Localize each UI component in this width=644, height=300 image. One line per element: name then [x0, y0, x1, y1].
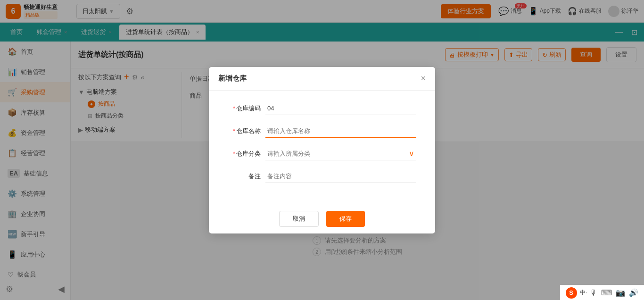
s-bar-keyboard-icon[interactable]: ⌨ — [601, 288, 612, 297]
form-row-note: 备注 — [228, 170, 416, 183]
form-code-label: *仓库编码 — [228, 104, 261, 113]
modal-title: 新增仓库 — [218, 74, 247, 83]
required-star-category: * — [233, 150, 235, 157]
form-note-input[interactable] — [265, 170, 416, 183]
form-category-input[interactable] — [267, 150, 409, 157]
save-btn[interactable]: 保存 — [326, 211, 365, 227]
s-logo-bar: S 中· 🎙 ⌨ 📷 🔊 — [560, 285, 644, 300]
s-bar-mic-icon[interactable]: 🎙 — [590, 289, 597, 297]
s-bar-camera-icon[interactable]: 📷 — [616, 288, 625, 297]
required-star-code: * — [233, 105, 235, 112]
s-bar-icons: 🎙 ⌨ 📷 🔊 — [590, 288, 638, 297]
modal-header: 新增仓库 × — [209, 67, 435, 91]
form-row-code: *仓库编码 — [228, 102, 416, 115]
form-category-select-wrapper[interactable]: ∨ — [265, 147, 416, 160]
form-name-label: *仓库名称 — [228, 127, 261, 135]
form-category-label: *仓库分类 — [228, 150, 261, 158]
form-name-input[interactable] — [265, 125, 416, 138]
form-note-label: 备注 — [228, 172, 261, 181]
cancel-btn[interactable]: 取消 — [279, 211, 319, 227]
form-row-name: *仓库名称 — [228, 125, 416, 138]
form-row-category: *仓库分类 ∨ — [228, 147, 416, 160]
s-bar-chinese-label: 中· — [580, 289, 587, 297]
modal-close-btn[interactable]: × — [421, 74, 426, 83]
modal-body: *仓库编码 *仓库名称 *仓库分类 ∨ 备注 — [209, 91, 435, 204]
s-logo-icon: S — [566, 287, 577, 299]
form-code-input[interactable] — [265, 102, 416, 115]
new-warehouse-modal: 新增仓库 × *仓库编码 *仓库名称 *仓库分类 — [209, 67, 435, 233]
s-bar-speaker-icon[interactable]: 🔊 — [629, 288, 638, 297]
modal-footer: 取消 保存 — [209, 204, 435, 233]
required-star-name: * — [233, 127, 235, 134]
form-category-arrow-icon: ∨ — [409, 149, 414, 158]
modal-overlay: 新增仓库 × *仓库编码 *仓库名称 *仓库分类 — [0, 0, 644, 300]
